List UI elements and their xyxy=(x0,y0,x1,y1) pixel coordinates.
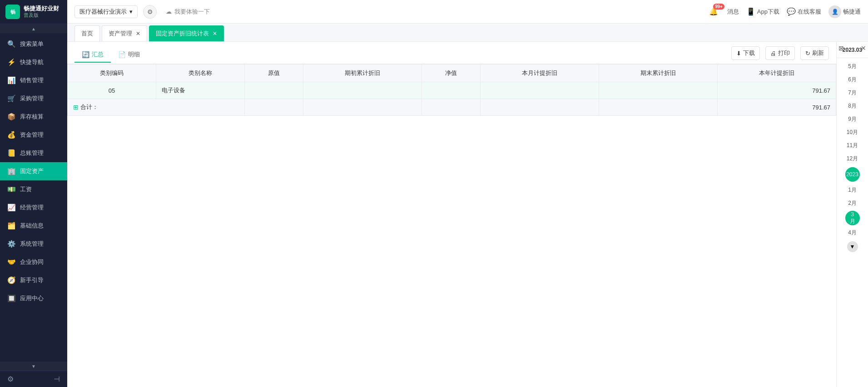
company-selector[interactable]: 医疗器械行业演示 ▾ xyxy=(74,5,138,18)
nav-label-purchase: 采购管理 xyxy=(20,94,44,103)
total-end-dep xyxy=(599,99,718,116)
download-button[interactable]: ⬇ 下载 xyxy=(731,46,760,60)
nav-label-search: 搜索菜单 xyxy=(20,40,44,48)
gear-icon: ⚙ xyxy=(147,8,153,15)
date-month-item[interactable]: 5月 xyxy=(837,60,868,73)
sidebar-item-sales[interactable]: 📊销售管理 xyxy=(0,71,67,89)
nav-icon-quick-nav: ⚡ xyxy=(7,58,15,66)
date-month-item[interactable]: 12月 xyxy=(837,152,868,165)
tab-close-depreciation[interactable]: ✕ xyxy=(213,30,217,37)
topbar: 医疗器械行业演示 ▾ ⚙ ☁ 我要体验一下 🔔 99+ 消息 📱 App下载 xyxy=(67,0,868,24)
nav-icon-purchase: 🛒 xyxy=(7,94,15,103)
nav-icon-sales: 📊 xyxy=(7,76,15,84)
date-month-item-2月[interactable]: 2月 xyxy=(837,197,868,210)
tab-close-asset-mgmt[interactable]: ✕ xyxy=(136,30,140,37)
sidebar-scroll-up[interactable]: ▲ xyxy=(0,24,67,33)
sidebar-item-finance[interactable]: 💰资金管理 xyxy=(0,126,67,144)
table-container: 类别编码 类别名称 原值 期初累计折旧 净值 本月计提折旧 期末累计折旧 本年计… xyxy=(67,64,836,387)
tab-home[interactable]: 首页 xyxy=(74,25,100,41)
close-icon[interactable]: ✕ xyxy=(861,45,866,52)
date-month-item[interactable]: 8月 xyxy=(837,99,868,113)
service-icon: 💬 xyxy=(787,7,796,16)
subtabs: 🔄 汇总 📄 明细 ⬇ 下载 🖨 打印 xyxy=(67,42,836,64)
sidebar-item-search[interactable]: 🔍搜索菜单 xyxy=(0,35,67,53)
sidebar-item-biz-mgmt[interactable]: 📈经营管理 xyxy=(0,198,67,217)
tab-asset-mgmt[interactable]: 资产管理✕ xyxy=(102,25,147,41)
sidebar-item-ledger[interactable]: 📒总账管理 xyxy=(0,144,67,162)
tab-summary[interactable]: 🔄 汇总 xyxy=(74,47,111,63)
date-list: 5月6月7月8月9月10月11月12月20231月2月3月4月▼ xyxy=(837,58,868,387)
year-2023-label[interactable]: 2023 xyxy=(845,167,860,182)
date-month-item-1月[interactable]: 1月 xyxy=(837,184,868,197)
total-yearly: 791.67 xyxy=(718,99,836,116)
nav-label-inventory: 库存核算 xyxy=(20,113,44,121)
date-month-item[interactable]: 9月 xyxy=(837,113,868,126)
sidebar-item-payroll[interactable]: 💵工资 xyxy=(0,180,67,198)
user-menu[interactable]: 👤 畅捷通 xyxy=(828,5,861,18)
sidebar-item-enterprise[interactable]: 🤝企业协同 xyxy=(0,253,67,271)
cell-code: 05 xyxy=(68,82,156,99)
sidebar-item-fixed-assets[interactable]: 🏢固定资产 xyxy=(0,162,67,180)
topbar-settings-button[interactable]: ⚙ xyxy=(143,5,157,19)
expand-icon[interactable]: ⊠ xyxy=(838,45,844,52)
right-panel: ⊠ 2023.03 ✕ 5月6月7月8月9月10月11月12月20231月2月3… xyxy=(836,42,868,387)
company-name: 医疗器械行业演示 xyxy=(79,8,127,16)
sidebar-collapse-icon[interactable]: ⊣ xyxy=(54,375,60,383)
download-icon: 📱 xyxy=(746,7,755,16)
summary-icon: 🔄 xyxy=(82,51,89,58)
date-scroll-down[interactable]: ▼ xyxy=(847,241,858,252)
panel-title: 2023.03 xyxy=(843,47,862,53)
sidebar: 畅 畅捷通好业财 普及版 ▲ 🔍搜索菜单⚡快捷导航📊销售管理🛒采购管理📦库存核算… xyxy=(0,0,67,387)
sidebar-item-app-center[interactable]: 🔲应用中心 xyxy=(0,289,67,308)
total-expand-icon[interactable]: ⊞ xyxy=(73,104,79,111)
nav-label-enterprise: 企业协同 xyxy=(20,258,44,266)
date-month-item-4月[interactable]: 4月 xyxy=(837,226,868,239)
download-icon: ⬇ xyxy=(736,50,741,57)
date-month-item-3月[interactable]: 3月 xyxy=(845,211,860,225)
nav-label-payroll: 工资 xyxy=(20,185,32,194)
tab-detail[interactable]: 📄 明细 xyxy=(111,47,147,63)
sidebar-settings-icon[interactable]: ⚙ xyxy=(7,375,14,383)
cloud-icon: ☁ xyxy=(166,8,172,15)
online-service-button[interactable]: 💬 在线客服 xyxy=(787,7,821,16)
sidebar-item-purchase[interactable]: 🛒采购管理 xyxy=(0,89,67,108)
nav-icon-inventory: 📦 xyxy=(7,113,15,121)
col-code: 类别编码 xyxy=(68,64,156,82)
main-area: 医疗器械行业演示 ▾ ⚙ ☁ 我要体验一下 🔔 99+ 消息 📱 App下载 xyxy=(67,0,868,387)
col-end-dep: 期末累计折旧 xyxy=(599,64,718,82)
date-month-item[interactable]: 6月 xyxy=(837,73,868,86)
sidebar-scroll-down[interactable]: ▼ xyxy=(0,362,67,371)
depreciation-table: 类别编码 类别名称 原值 期初累计折旧 净值 本月计提折旧 期末累计折旧 本年计… xyxy=(67,64,836,116)
tab-summary-label: 汇总 xyxy=(92,50,104,59)
content-area: 🔄 汇总 📄 明细 ⬇ 下载 🖨 打印 xyxy=(67,42,868,387)
avatar: 👤 xyxy=(828,5,841,18)
sidebar-header: 畅 畅捷通好业财 普及版 xyxy=(0,0,67,24)
cell-begin-dep xyxy=(303,82,422,99)
sidebar-item-inventory[interactable]: 📦库存核算 xyxy=(0,108,67,126)
tab-depreciation[interactable]: 固定资产折旧统计表✕ xyxy=(149,25,224,41)
nav-icon-fixed-assets: 🏢 xyxy=(7,167,15,175)
col-monthly: 本月计提折旧 xyxy=(481,64,599,82)
date-month-item[interactable]: 10月 xyxy=(837,126,868,139)
sidebar-nav: 🔍搜索菜单⚡快捷导航📊销售管理🛒采购管理📦库存核算💰资金管理📒总账管理🏢固定资产… xyxy=(0,33,67,362)
sidebar-item-guide[interactable]: 🧭新手引导 xyxy=(0,271,67,289)
print-button[interactable]: 🖨 打印 xyxy=(765,46,795,60)
app-download-button[interactable]: 📱 App下载 xyxy=(746,7,779,16)
table-header-row: 类别编码 类别名称 原值 期初累计折旧 净值 本月计提折旧 期末累计折旧 本年计… xyxy=(68,64,836,82)
message-badge: 🔔 99+ xyxy=(709,7,718,16)
sidebar-item-sys-mgmt[interactable]: ⚙️系统管理 xyxy=(0,235,67,253)
date-month-item[interactable]: 11月 xyxy=(837,139,868,152)
nav-icon-app-center: 🔲 xyxy=(7,294,15,303)
nav-icon-basic-info: 🗂️ xyxy=(7,222,15,230)
date-month-item[interactable]: 7月 xyxy=(837,86,868,99)
cell-monthly xyxy=(481,82,599,99)
notifications-button[interactable]: 🔔 99+ 消息 xyxy=(709,7,739,16)
nav-icon-sys-mgmt: ⚙️ xyxy=(7,240,15,248)
experience-button[interactable]: ☁ 我要体验一下 xyxy=(162,6,213,18)
sidebar-item-quick-nav[interactable]: ⚡快捷导航 xyxy=(0,53,67,71)
nav-icon-biz-mgmt: 📈 xyxy=(7,203,15,212)
table-total-row: ⊞ 合计： 791.67 xyxy=(68,99,836,116)
col-name: 类别名称 xyxy=(156,64,245,82)
sidebar-item-basic-info[interactable]: 🗂️基础信息 xyxy=(0,217,67,235)
refresh-button[interactable]: ↻ 刷新 xyxy=(800,46,829,60)
